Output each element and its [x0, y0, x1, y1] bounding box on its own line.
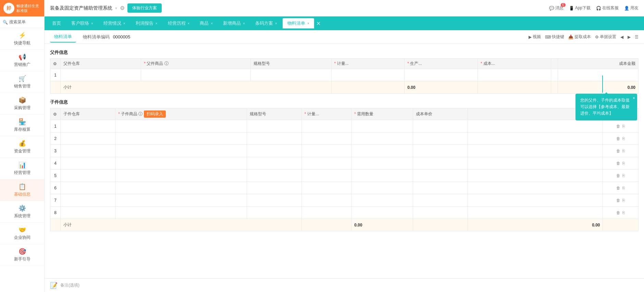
tab-operations[interactable]: 经营情况× — [99, 18, 130, 28]
child-goods-6[interactable] — [115, 182, 247, 194]
child-need-qty-7[interactable] — [351, 194, 413, 207]
tab-new-goods[interactable]: 新增商品× — [218, 18, 250, 28]
child-cost-price-2[interactable] — [413, 132, 468, 145]
child-goods-8[interactable] — [115, 207, 247, 219]
child-need-qty-1[interactable] — [351, 120, 413, 132]
subtab-bom[interactable]: 物料清单 — [50, 32, 76, 43]
tab-goods[interactable]: 商品× — [195, 18, 218, 28]
message-badge-item[interactable]: 💬 消息 6 — [549, 5, 564, 11]
note-label[interactable]: 备注(选填) — [60, 282, 79, 288]
child-cost-price-4[interactable] — [413, 157, 468, 170]
child-cost-price-5[interactable] — [413, 170, 468, 182]
copy-row-5[interactable]: ⎘ — [622, 173, 625, 178]
prev-page[interactable]: ◀ — [620, 35, 623, 39]
subtab-bom-code[interactable]: 物料清单编码 0000005 — [79, 32, 134, 42]
child-goods-4[interactable] — [115, 157, 247, 170]
search-menu-item[interactable]: 🔍 搜索菜单 — [0, 16, 44, 28]
child-warehouse-8[interactable] — [61, 207, 115, 219]
delete-row-4[interactable]: 🗑 — [616, 161, 620, 166]
sidebar-item-marketing[interactable]: 📢 营销推广 — [0, 50, 44, 71]
child-need-qty-4[interactable] — [351, 157, 413, 170]
delete-row-8[interactable]: 🗑 — [616, 210, 620, 215]
child-cost-price-6[interactable] — [413, 182, 468, 194]
delete-row-6[interactable]: 🗑 — [616, 186, 620, 190]
delete-row-7[interactable]: 🗑 — [616, 198, 620, 203]
app-download-item[interactable]: 📱 App下载 — [569, 5, 591, 11]
child-qty-2[interactable] — [301, 132, 351, 145]
sidebar-item-finance[interactable]: 💰 资金管理 — [0, 136, 44, 158]
child-warehouse-3[interactable] — [61, 145, 115, 157]
child-goods-2[interactable] — [115, 132, 247, 145]
delete-row-5[interactable]: 🗑 — [616, 173, 620, 178]
child-warehouse-6[interactable] — [61, 182, 115, 194]
sidebar-item-system[interactable]: ⚙️ 系统管理 — [0, 201, 44, 223]
sidebar-item-inventory[interactable]: 🏪 库存核算 — [0, 115, 44, 136]
copy-row-2[interactable]: ⎘ — [622, 136, 625, 141]
doc-settings-action[interactable]: ⚙ 单据设置 — [595, 34, 616, 40]
child-goods-1[interactable] — [115, 120, 247, 132]
child-need-qty-6[interactable] — [351, 182, 413, 194]
copy-row-1[interactable]: ⎘ — [622, 124, 625, 129]
online-service-item[interactable]: 🎧 在线客服 — [596, 5, 619, 11]
parent-qty-cell[interactable] — [331, 69, 405, 81]
child-goods-5[interactable] — [115, 170, 247, 182]
tab-barcode[interactable]: 条码方案× — [250, 18, 282, 28]
scan-input-button[interactable]: 扫码录入 — [144, 110, 166, 118]
child-warehouse-7[interactable] — [61, 194, 115, 207]
child-qty-1[interactable] — [301, 120, 351, 132]
child-spec-4[interactable] — [247, 157, 301, 170]
tab-profit[interactable]: 利润报告× — [131, 18, 162, 28]
child-cost-price-7[interactable] — [413, 194, 468, 207]
child-need-qty-2[interactable] — [351, 132, 413, 145]
child-spec-3[interactable] — [247, 145, 301, 157]
sidebar-item-enterprise[interactable]: 🤝 企业协同 — [0, 223, 44, 244]
child-cost-price-8[interactable] — [413, 207, 468, 219]
sidebar-item-operations[interactable]: 📊 经营管理 — [0, 158, 44, 179]
next-page[interactable]: ▶ — [628, 35, 631, 39]
tab-bom[interactable]: 物料清单× — [283, 18, 314, 28]
child-cost-price-3[interactable] — [413, 145, 468, 157]
child-goods-7[interactable] — [115, 194, 247, 207]
child-col-gear[interactable]: ⚙ — [50, 108, 61, 120]
delete-row-2[interactable]: 🗑 — [616, 136, 620, 141]
copy-row-6[interactable]: ⎘ — [622, 186, 625, 190]
child-spec-5[interactable] — [247, 170, 301, 182]
child-spec-2[interactable] — [247, 132, 301, 145]
child-spec-8[interactable] — [247, 207, 301, 219]
child-qty-8[interactable] — [301, 207, 351, 219]
tab-customer[interactable]: 客户联络× — [66, 18, 98, 28]
parent-prod-cell[interactable] — [405, 69, 478, 81]
sidebar-item-purchase[interactable]: 📦 采购管理 — [0, 93, 44, 115]
sidebar-item-quick-nav[interactable]: ⚡ 快捷导航 — [0, 28, 44, 50]
copy-row-7[interactable]: ⎘ — [622, 198, 625, 203]
child-qty-6[interactable] — [301, 182, 351, 194]
child-warehouse-4[interactable] — [61, 157, 115, 170]
parent-col-gear[interactable]: ⚙ — [50, 59, 61, 69]
copy-row-8[interactable]: ⎘ — [622, 210, 625, 215]
parent-warehouse-cell[interactable] — [61, 69, 141, 81]
child-qty-3[interactable] — [301, 145, 351, 157]
user-item[interactable]: 👤 用友 — [624, 5, 639, 11]
list-view[interactable]: ☰ — [635, 35, 639, 39]
extract-cost-action[interactable]: 📥 提取成本 — [568, 34, 591, 40]
child-warehouse-1[interactable] — [61, 120, 115, 132]
child-spec-6[interactable] — [247, 182, 301, 194]
tab-history[interactable]: 经营历程× — [163, 18, 195, 28]
tooltip-close-button[interactable]: × — [633, 95, 635, 102]
child-need-qty-5[interactable] — [351, 170, 413, 182]
child-spec-1[interactable] — [247, 120, 301, 132]
child-qty-4[interactable] — [301, 157, 351, 170]
parent-cost-cell[interactable] — [478, 69, 551, 81]
sidebar-item-sales[interactable]: 🛒 销售管理 — [0, 71, 44, 93]
child-need-qty-3[interactable] — [351, 145, 413, 157]
child-need-qty-8[interactable] — [351, 207, 413, 219]
parent-spec-cell[interactable] — [251, 69, 331, 81]
settings-icon[interactable]: ⚙ — [120, 5, 125, 11]
sidebar-item-guide[interactable]: 🎯 新手引导 — [0, 244, 44, 266]
copy-row-4[interactable]: ⎘ — [622, 161, 625, 166]
tab-home[interactable]: 首页 — [47, 18, 66, 28]
child-qty-7[interactable] — [301, 194, 351, 207]
child-warehouse-5[interactable] — [61, 170, 115, 182]
close-all-tabs[interactable]: ✕ — [316, 20, 321, 27]
delete-row-1[interactable]: 🗑 — [616, 124, 620, 129]
